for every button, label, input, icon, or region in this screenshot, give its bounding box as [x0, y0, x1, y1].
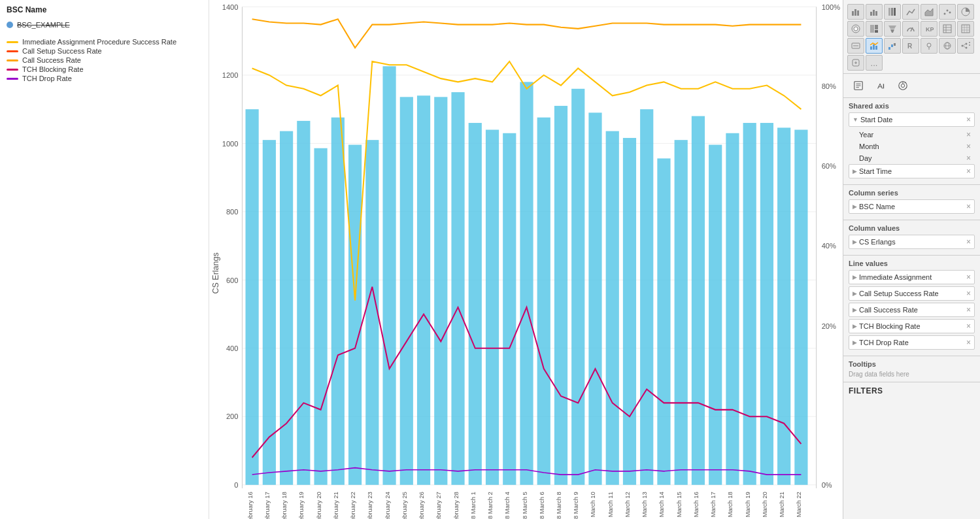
- svg-text:80%: 80%: [822, 82, 836, 90]
- chart-type-funnel[interactable]: [884, 21, 901, 37]
- x-label-26: 2018 March 16: [693, 492, 700, 519]
- chart-type-pie[interactable]: [957, 4, 974, 20]
- tch-drop-field[interactable]: ▶ TCH Drop Rate ×: [849, 335, 975, 350]
- svg-rect-61: [873, 44, 875, 50]
- bar-28: [726, 133, 739, 485]
- legend-label-call-setup-success: Call Setup Success Rate: [22, 47, 102, 55]
- bar-8: [382, 66, 396, 484]
- start-time-chevron: ▶: [853, 168, 857, 175]
- bar-12: [451, 92, 464, 485]
- chart-area: 1400 1200 1000 800 600 400 200 0 100% 80…: [209, 0, 843, 519]
- legend-panel: BSC Name BSC_EXAMPLE Immediate Assignmen…: [0, 0, 209, 519]
- x-label-3: 2018 February 19: [298, 492, 305, 519]
- chart-type-bar[interactable]: [866, 4, 883, 20]
- chart-type-map[interactable]: [921, 38, 938, 54]
- immediate-assignment-field[interactable]: ▶ Immediate Assignment ×: [849, 270, 975, 284]
- x-label-0: 2018 February 16: [247, 492, 254, 519]
- x-label-27: 2018 March 17: [710, 492, 717, 519]
- svg-text:R: R: [907, 42, 913, 50]
- x-label-7: 2018 February 23: [367, 492, 373, 519]
- call-success-field[interactable]: ▶ Call Success Rate ×: [849, 303, 975, 317]
- call-setup-close[interactable]: ×: [966, 289, 971, 298]
- chart-type-kpi[interactable]: KPI: [921, 21, 938, 37]
- immediate-assignment-close[interactable]: ×: [966, 273, 971, 282]
- viz-fields-btn[interactable]: [849, 77, 868, 94]
- bar-32: [794, 130, 807, 485]
- chart-type-scatter[interactable]: [939, 4, 956, 20]
- call-setup-field[interactable]: ▶ Call Setup Success Rate ×: [849, 286, 975, 301]
- year-close[interactable]: ×: [966, 130, 971, 139]
- viz-analytics-btn[interactable]: [893, 77, 913, 94]
- cs-erlangs-close[interactable]: ×: [966, 237, 971, 246]
- bsc-name-field[interactable]: ▶ BSC Name ×: [849, 199, 975, 214]
- bsc-name-close[interactable]: ×: [966, 202, 971, 211]
- call-success-close[interactable]: ×: [966, 305, 971, 314]
- chart-type-more[interactable]: ...: [866, 55, 883, 71]
- chart-type-decomp-tree[interactable]: [957, 38, 974, 54]
- svg-marker-45: [888, 25, 896, 29]
- legend-line-call-success: [7, 59, 18, 61]
- chart-type-line[interactable]: [902, 4, 919, 20]
- bar-2: [280, 131, 293, 485]
- start-date-close[interactable]: ×: [966, 115, 971, 124]
- svg-rect-49: [943, 25, 951, 33]
- chart-type-waterfall[interactable]: [884, 38, 901, 54]
- cs-erlangs-field[interactable]: ▶ CS Erlangs ×: [849, 235, 975, 249]
- tch-blocking-field[interactable]: ▶ TCH Blocking Rate ×: [849, 319, 975, 333]
- chart-type-stacked-bar[interactable]: [847, 4, 864, 20]
- chart-type-treemap[interactable]: [866, 21, 883, 37]
- y-axis-title: CS Erlangs: [211, 252, 220, 293]
- svg-text:1400: 1400: [222, 3, 239, 10]
- bar-25: [675, 140, 688, 485]
- day-close[interactable]: ×: [966, 154, 971, 163]
- tch-drop-close[interactable]: ×: [966, 338, 971, 347]
- svg-rect-28: [857, 10, 859, 16]
- chart-type-area[interactable]: [921, 4, 938, 20]
- legend-item-call-setup-success: Call Setup Success Rate: [7, 47, 202, 55]
- x-label-9: 2018 February 25: [401, 492, 408, 519]
- chart-type-key-influencer[interactable]: [847, 55, 864, 71]
- x-label-6: 2018 February 22: [350, 492, 356, 519]
- chart-type-table[interactable]: [939, 21, 956, 37]
- shared-axis-section: Shared axis ▼ Start Date × Year × Month …: [843, 98, 980, 185]
- x-label-32: 2018 March 22: [796, 492, 803, 519]
- cs-erlangs-label: CS Erlangs: [859, 238, 896, 246]
- call-setup-chevron: ▶: [853, 290, 857, 297]
- tch-blocking-close[interactable]: ×: [966, 322, 971, 331]
- chart-type-globe[interactable]: [939, 38, 956, 54]
- legend-line-call-setup-success: [7, 50, 18, 52]
- start-time-close[interactable]: ×: [966, 167, 971, 176]
- start-date-field[interactable]: ▼ Start Date ×: [849, 112, 975, 127]
- chart-type-100-bar[interactable]: [884, 4, 901, 20]
- imm-assign-chevron: ▶: [853, 274, 857, 280]
- call-success-chevron: ▶: [853, 307, 857, 313]
- svg-rect-63: [888, 47, 890, 50]
- chart-type-combo[interactable]: [866, 38, 883, 54]
- svg-rect-26: [852, 11, 854, 16]
- start-time-field[interactable]: ▶ Start Time ×: [849, 164, 975, 178]
- viz-format-btn[interactable]: [871, 77, 890, 94]
- legend-bsc-item: BSC_EXAMPLE: [7, 21, 202, 29]
- year-subfield[interactable]: Year ×: [849, 129, 975, 141]
- bar-7: [365, 140, 379, 485]
- bar-6: [348, 144, 362, 484]
- chart-type-matrix[interactable]: [957, 21, 974, 37]
- svg-point-67: [927, 43, 931, 47]
- chart-type-r-visual[interactable]: R: [902, 38, 919, 54]
- bar-29: [743, 123, 756, 485]
- month-close[interactable]: ×: [966, 142, 971, 151]
- tch-blocking-chevron: ▶: [853, 323, 857, 329]
- legend-label-tch-drop: TCH Drop Rate: [22, 75, 72, 82]
- svg-rect-31: [875, 11, 877, 16]
- chart-type-gauge[interactable]: [902, 21, 919, 37]
- chart-type-donut[interactable]: [847, 21, 864, 37]
- bar-21: [606, 131, 619, 485]
- main-chart: 1400 1200 1000 800 600 400 200 0 100% 80…: [209, 0, 843, 519]
- x-label-23: 2018 March 13: [641, 492, 648, 519]
- day-subfield[interactable]: Day ×: [849, 152, 975, 164]
- svg-point-89: [901, 84, 904, 87]
- month-subfield[interactable]: Month ×: [849, 141, 975, 152]
- chart-type-card[interactable]: [847, 38, 864, 54]
- start-date-label: Start Date: [860, 116, 893, 124]
- line-values-title: Line values: [849, 260, 975, 267]
